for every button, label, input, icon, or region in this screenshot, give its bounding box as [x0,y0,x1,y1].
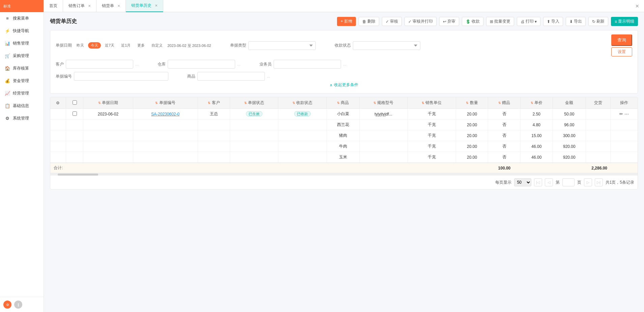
customer-input[interactable] [66,60,133,69]
col-spec[interactable]: ⇅ 规格型号 [359,97,408,109]
row-gear [50,130,66,141]
sidebar-item-sales-mgmt[interactable]: 📊 销售管理 [0,37,44,50]
per-page-select[interactable]: 50 100 200 [514,178,531,186]
batch-change-button[interactable]: ⊞ 批量变更 [486,17,514,26]
next-page-button[interactable]: ▷ [584,178,592,186]
sidebar-item-funds-mgmt[interactable]: 💰 资金管理 [0,75,44,87]
col-collect-status[interactable]: ⇅ 收款状态 [278,97,327,109]
page-number-input[interactable]: 1 [562,178,575,186]
tab-sales-goods-close[interactable]: ✕ [117,4,120,8]
row-transaction [586,120,611,130]
sidebar-settings-button[interactable]: ⚙ [3,301,11,309]
col-gift[interactable]: ⇅ 赠品 [488,97,521,109]
table-row: 玉米 千克 20.00 否 46.00 920.00 [50,152,638,163]
row-doc-no[interactable] [133,120,198,130]
row-gear [50,109,66,120]
col-price[interactable]: ⇅ 单价 [521,97,553,109]
tab-sales-history[interactable]: 销货单历史 ✕ [126,0,163,12]
col-doc-date[interactable]: ⇅ 单据日期 [83,97,133,109]
row-doc-no[interactable]: SA-20230602-0 [133,109,198,120]
salesperson-input[interactable] [274,60,341,69]
col-customer[interactable]: ⇅ 客户 [198,97,230,109]
row-select-checkbox[interactable] [73,111,77,116]
prev-page-button[interactable]: ◁ [545,178,553,186]
row-checkbox[interactable] [66,141,83,152]
salesperson-more-icon[interactable]: ... [343,62,346,67]
goods-more-icon[interactable]: ... [267,74,270,79]
collect-status-select[interactable] [353,41,420,50]
col-unit[interactable]: ⇅ 销售单位 [408,97,456,109]
edit-icon[interactable]: ✏ [619,111,623,116]
col-doc-status[interactable]: ⇅ 单据状态 [230,97,278,109]
delete-icon: 🗑 [362,19,366,24]
sidebar-item-basic-info[interactable]: 📋 基础信息 [0,100,44,112]
query-button[interactable]: 查询 [611,34,632,46]
export-button[interactable]: ⬇ 导出 [566,17,586,26]
sidebar-item-inventory-calc[interactable]: 🏠 库存核算 [0,62,44,75]
doc-no-link[interactable]: SA-20230602-0 [151,112,179,116]
sidebar-item-operations-mgmt[interactable]: 📈 经营管理 [0,87,44,100]
col-transaction[interactable]: 交货 [586,97,611,109]
more-action-icon[interactable]: ⋯ [624,111,629,116]
col-amount[interactable]: 金额 [553,97,586,109]
collect-button[interactable]: 💲 收款 [462,17,483,26]
row-doc-no[interactable] [133,141,198,152]
col-qty[interactable]: ⇅ 数量 [456,97,488,109]
warehouse-input[interactable] [168,60,235,69]
tab-home[interactable]: 首页 [44,0,63,12]
row-doc-no[interactable] [133,130,198,141]
col-doc-no[interactable]: ⇅ 单据编号 [133,97,198,109]
col-goods[interactable]: ⇅ 商品 [327,97,359,109]
warehouse-more-icon[interactable]: ... [237,62,241,67]
date-tab-today[interactable]: 今天 [88,42,101,49]
goods-input[interactable] [197,72,265,81]
last-page-button[interactable]: ▷| [595,178,603,186]
horizontal-scrollbar[interactable] [50,173,638,176]
scrollbar-thumb[interactable] [58,174,98,176]
doc-type-select[interactable] [248,41,316,50]
col-checkbox[interactable] [66,97,83,109]
audit-print-button[interactable]: ✓ 审核并打印 [404,17,437,26]
show-detail-button[interactable]: ≡ 显示明细 [611,17,638,26]
date-tab-yesterday[interactable]: 昨天 [74,42,87,49]
date-tab-7days[interactable]: 近7天 [102,42,117,49]
docno-input[interactable] [74,72,168,81]
new-button[interactable]: + 新增 [337,17,356,26]
row-doc-status [230,130,278,141]
select-all-checkbox[interactable] [73,100,77,105]
delete-label: 删除 [367,19,375,24]
collapse-button[interactable]: ∧ 收起更多条件 [56,81,632,89]
tab-sales-order-close[interactable]: ✕ [88,4,91,8]
refresh-button[interactable]: ↻ 刷新 [588,17,608,26]
date-tab-1month[interactable]: 近1月 [118,42,133,49]
delete-button[interactable]: 🗑 删除 [359,17,379,26]
row-checkbox[interactable] [66,152,83,163]
row-amount: 50.00 [553,109,586,120]
date-tab-custom[interactable]: 自定义 [149,42,165,49]
audit-button[interactable]: ✓ 审核 [382,17,402,26]
row-checkbox[interactable] [66,109,83,120]
sidebar-item-system-mgmt[interactable]: ⚙ 系统管理 [0,112,44,125]
col-gear[interactable]: ⚙ [50,97,66,109]
row-checkbox[interactable] [66,130,83,141]
first-page-button[interactable]: |◁ [534,178,542,186]
row-checkbox[interactable] [66,120,83,130]
tab-sales-goods-label: 销货单 [102,3,114,9]
import-button[interactable]: ⬆ 导入 [543,17,563,26]
sidebar-item-purchase-mgmt[interactable]: 🛒 采购管理 [0,50,44,62]
set-button[interactable]: 设置 [611,47,632,56]
tab-sales-order[interactable]: 销售订单 ✕ [63,0,96,12]
tab-sales-goods[interactable]: 销货单 ✕ [96,0,126,12]
close-window-button[interactable]: ✕ [631,0,644,12]
tab-sales-history-close[interactable]: ✕ [155,4,158,7]
goods-label: 商品 [187,74,195,79]
sidebar-item-search-menu[interactable]: ≡ 搜索菜单 [0,12,44,25]
customer-more-icon[interactable]: ... [135,62,139,67]
sidebar-item-quick-nav[interactable]: ⚡ 快捷导航 [0,25,44,37]
row-unit: 千克 [408,120,456,130]
date-tab-more[interactable]: 更多 [135,42,147,49]
sidebar-collapse-button[interactable]: ‖ [14,301,22,309]
print-button[interactable]: 🖨 打印 ▾ [517,17,540,26]
row-doc-no[interactable] [133,152,198,163]
abandon-button[interactable]: ↩ 弃审 [439,17,459,26]
